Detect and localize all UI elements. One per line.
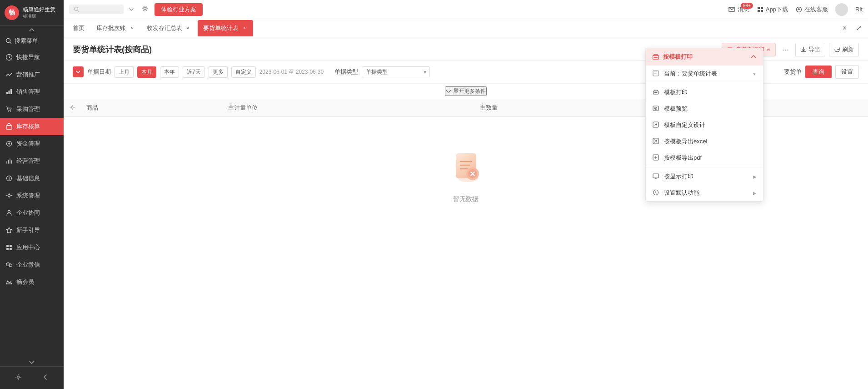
sidebar-item-label: 资金管理 xyxy=(16,140,40,148)
trial-btn[interactable]: 体验行业方案 xyxy=(155,3,203,16)
sidebar-item-wechat[interactable]: 企业微信 xyxy=(0,256,64,273)
template-preview-item[interactable]: 模板预览 xyxy=(646,101,763,117)
sidebar-item-system[interactable]: 系统管理 xyxy=(0,187,64,204)
sidebar-item-label: 采购管理 xyxy=(16,105,40,113)
dropdown-collapse-icon[interactable] xyxy=(750,54,757,60)
date-btn-prev-month[interactable]: 上月 xyxy=(115,66,134,78)
expand-more-btn[interactable]: 展开更多条件 xyxy=(445,86,487,96)
date-btn-custom[interactable]: 自定义 xyxy=(231,66,256,78)
more-options-btn[interactable]: ··· xyxy=(779,44,792,56)
online-service-btn[interactable]: 在线客服 xyxy=(795,5,828,14)
current-template-label: 当前：要货单统计表 xyxy=(664,70,748,78)
default-func-item[interactable]: 设置默认功能 ▶ xyxy=(646,185,763,201)
sidebar-item-label: 系统管理 xyxy=(16,192,40,200)
svg-rect-15 xyxy=(10,248,12,250)
topbar-search[interactable] xyxy=(69,5,124,14)
sidebar-settings-btn[interactable] xyxy=(12,371,24,384)
order-type-label: 单据类型 xyxy=(334,68,358,76)
svg-rect-36 xyxy=(654,57,658,58)
empty-text: 暂无数据 xyxy=(453,195,479,203)
app-download-btn[interactable]: App下载 xyxy=(757,5,788,14)
topbar-gear-btn[interactable] xyxy=(139,3,151,16)
requisition-filter-label: 要货单 xyxy=(784,68,802,76)
sidebar-item-enterprise[interactable]: 企业协同 xyxy=(0,204,64,222)
logo-text: 畅康通好生意 标准版 xyxy=(23,6,55,20)
filter-expand-btn[interactable] xyxy=(73,66,84,77)
print-icon xyxy=(652,89,659,96)
svg-point-42 xyxy=(655,108,656,109)
svg-point-29 xyxy=(71,106,73,108)
tab-expand-btn[interactable]: ⤢ xyxy=(853,23,864,33)
template-export-pdf-label: 按模板导出pdf xyxy=(664,154,757,162)
sidebar-item-guide[interactable]: 新手引导 xyxy=(0,222,64,239)
tab-close-requisition-stats[interactable]: × xyxy=(241,25,248,31)
sidebar-item-marketing[interactable]: 营销推广 xyxy=(0,66,64,83)
date-btn-more[interactable]: 更多 xyxy=(209,66,228,78)
username-label: Rit xyxy=(855,6,863,13)
tab-home[interactable]: 首页 xyxy=(67,20,90,36)
col-settings[interactable] xyxy=(64,99,81,117)
sidebar-nav: 快捷导航 营销推广 销售管理 采购管理 库存核算 资金管理 经营管理 基础信息 xyxy=(0,49,64,359)
sidebar-item-finance[interactable]: 资金管理 xyxy=(0,135,64,152)
current-template-item[interactable]: 当前：要货单统计表 ▼ xyxy=(646,66,763,82)
page-title: 要货单统计表(按商品) xyxy=(73,44,152,55)
current-template-icon xyxy=(652,70,659,78)
sidebar-item-app-center[interactable]: 应用中心 xyxy=(0,239,64,256)
sidebar-item-purchase[interactable]: 采购管理 xyxy=(0,101,64,118)
settings-btn[interactable]: 设置 xyxy=(835,65,859,79)
date-btn-current-month[interactable]: 本月 xyxy=(137,66,156,78)
tab-batch-account[interactable]: 库存批次账 × xyxy=(91,20,140,36)
default-func-label: 设置默认功能 xyxy=(664,189,748,197)
template-custom-item[interactable]: 模板自定义设计 xyxy=(646,117,763,133)
sidebar-scroll-up[interactable] xyxy=(0,26,64,33)
message-btn[interactable]: 消息 99+ xyxy=(728,5,749,14)
svg-point-18 xyxy=(17,376,20,379)
tab-close-receipt-summary[interactable]: × xyxy=(185,25,191,31)
sidebar-item-member[interactable]: 畅会员 xyxy=(0,273,64,291)
sidebar-item-label: 新手引导 xyxy=(16,226,40,234)
tabs-controls: × ⤢ xyxy=(840,23,864,33)
dropdown-divider-1 xyxy=(646,83,763,83)
display-print-item[interactable]: 按显示打印 ▶ xyxy=(646,168,763,185)
query-btn[interactable]: 查询 xyxy=(805,66,832,78)
sidebar-item-label: 应用中心 xyxy=(16,243,40,252)
template-print-item[interactable]: 模板打印 xyxy=(646,84,763,101)
svg-rect-2 xyxy=(6,92,8,94)
topbar-dropdown-arrow[interactable] xyxy=(127,5,135,14)
tab-close-all-btn[interactable]: × xyxy=(840,23,849,33)
template-export-excel-item[interactable]: 按模板导出excel xyxy=(646,133,763,150)
date-btn-current-year[interactable]: 本年 xyxy=(160,66,179,78)
svg-rect-24 xyxy=(761,10,763,12)
template-export-pdf-item[interactable]: 按模板导出pdf xyxy=(646,150,763,166)
date-filter-label: 单据日期 xyxy=(87,68,111,76)
sidebar-item-inventory[interactable]: 库存核算 xyxy=(0,118,64,135)
dropdown-header: 按模板打印 xyxy=(646,48,763,66)
tab-close-batch-account[interactable]: × xyxy=(129,25,135,31)
print-dropdown-arrow-up xyxy=(766,47,771,52)
refresh-btn[interactable]: 刷新 xyxy=(829,43,859,56)
template-preview-label: 模板预览 xyxy=(664,105,757,113)
sidebar-collapse-btn[interactable] xyxy=(40,371,51,384)
export-btn[interactable]: 导出 xyxy=(795,43,825,56)
tab-receipt-summary[interactable]: 收发存汇总表 × xyxy=(141,20,197,36)
sidebar-item-quick-nav[interactable]: 快捷导航 xyxy=(0,49,64,66)
dropdown-divider-2 xyxy=(646,167,763,167)
svg-point-6 xyxy=(10,111,11,112)
sidebar-item-label: 销售管理 xyxy=(16,88,40,96)
topbar: 体验行业方案 消息 99+ App下载 在线客服 Rit xyxy=(64,0,868,19)
sidebar-item-basic[interactable]: 基础信息 xyxy=(0,170,64,187)
svg-rect-14 xyxy=(6,248,9,250)
sidebar-item-sales[interactable]: 销售管理 xyxy=(0,83,64,101)
preview-icon xyxy=(652,105,659,113)
svg-rect-3 xyxy=(9,91,10,94)
template-custom-label: 模板自定义设计 xyxy=(664,121,757,129)
display-print-label: 按显示打印 xyxy=(664,172,748,181)
tab-requisition-stats[interactable]: 要货单统计表 × xyxy=(198,20,253,36)
col-product: 商品 xyxy=(81,99,223,117)
order-type-select[interactable]: 单据类型 xyxy=(362,66,430,77)
sidebar-item-operation[interactable]: 经营管理 xyxy=(0,152,64,170)
date-btn-7days[interactable]: 近7天 xyxy=(183,66,205,78)
dropdown-header-actions xyxy=(750,54,757,60)
sidebar-scroll-down[interactable] xyxy=(0,359,64,366)
sidebar-search-item[interactable]: 搜索菜单 xyxy=(0,33,64,49)
